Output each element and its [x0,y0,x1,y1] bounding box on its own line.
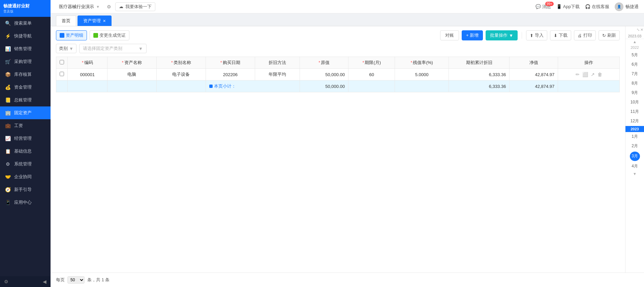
avatar: 👤 [615,2,623,11]
subtotal-label-text: 本页小计： [214,83,236,89]
new-btn[interactable]: + 新增 [462,30,483,40]
sidebar-item-search[interactable]: 🔍 搜索菜单 [0,17,51,30]
panel-expand-icon[interactable]: ⤡ [637,28,640,32]
sidebar-bottom: ⚙ ◀ [0,276,51,287]
sidebar-item-quick-nav[interactable]: ⚡ 快捷导航 [0,30,51,42]
category-dropdown[interactable]: 请选择固定资产类别 ▼ [79,44,147,53]
row-actions: ✏ ⬜ ↗ 🗑 [561,72,616,77]
online-service-btn[interactable]: 🎧 在线客服 [585,4,609,10]
app-download-btn[interactable]: 📱 App下载 [556,4,580,10]
filter-dropdown-arrow: ▼ [69,46,73,51]
tab-close-btn[interactable]: ✕ [103,19,106,23]
batch-btn[interactable]: 批量操作 ▼ [486,30,518,40]
refresh-btn[interactable]: ↻ 刷新 [599,30,620,40]
copy-icon[interactable]: ⬜ [582,72,588,77]
import-btn[interactable]: ⬆ 导入 [526,30,547,40]
month-2022-12[interactable]: 12月 [625,117,644,126]
sidebar-item-business[interactable]: 📈 经营管理 [0,132,51,145]
th-purchase-date: *购买日期 [206,57,255,69]
sidebar-logo-title: 畅捷通好业财 [3,3,30,9]
th-category: *类别名称 [156,57,206,69]
month-2022-8[interactable]: 8月 [625,79,644,88]
sidebar-item-purchase[interactable]: 🛒 采购管理 [0,55,51,68]
message-icon: 💬 [535,4,541,9]
month-2023-4[interactable]: 4月 [625,162,644,171]
sidebar-item-system[interactable]: ⚙ 系统管理 [0,158,51,170]
row-checkbox[interactable] [60,72,64,76]
search-icon: 🔍 [5,21,11,26]
month-2023-2[interactable]: 2月 [625,141,644,151]
download-btn[interactable]: ⬇ 下载 [550,30,571,40]
right-panel: ⤡ ✕ 2023.03 ▲ 2022 5月 6月 7月 8月 9月 10月 11… [625,26,644,273]
month-2023-3[interactable]: 3月 [630,152,640,161]
subtab-asset-detail[interactable]: 资产明细 [56,30,87,40]
sidebar-item-general-ledger[interactable]: 📒 总账管理 [0,94,51,106]
tab-home[interactable]: 首页 [56,15,76,26]
subtotal-original-value: 50,000.00 [300,81,348,92]
username: 畅捷通 [625,4,639,10]
sidebar-item-basic-info[interactable]: 📋 基础信息 [0,145,51,158]
fund-icon: 💰 [5,85,11,90]
action-group: 对账 + 新增 批量操作 ▼ ⬆ 导入 ⬇ 下载 [440,30,620,40]
scroll-up-btn[interactable]: ▲ [625,39,644,44]
sidebar-item-enterprise[interactable]: 🤝 企业协同 [0,170,51,183]
subtab-change-voucher[interactable]: 变更生成凭证 [90,30,129,40]
sidebar-settings-btn[interactable]: ⚙ [4,279,8,284]
toolbar: 资产明细 变更生成凭证 对账 + 新增 批量操作 ▼ ⬆ 导入 [56,30,620,40]
content-area: 资产明细 变更生成凭证 对账 + 新增 批量操作 ▼ ⬆ 导入 [51,26,644,273]
edit-icon[interactable]: ✏ [576,72,580,77]
panel-close-icon[interactable]: ✕ [640,28,643,32]
print-btn[interactable]: 🖨 打印 [574,30,596,40]
month-2022-11[interactable]: 11月 [625,107,644,117]
row-checkbox-cell [56,69,68,81]
month-2022-10[interactable]: 10月 [625,98,644,107]
sidebar-logo-sub: 普及版 [3,9,30,14]
cell-accumulated-depreciation: 6,333.36 [449,69,510,81]
delete-icon[interactable]: 🗑 [597,72,602,77]
change-voucher-icon [93,33,98,38]
company-name: 医疗器械行业演示 [59,4,94,10]
month-2022-7[interactable]: 7月 [625,69,644,79]
scroll-down-btn[interactable]: ▼ [625,171,644,177]
sidebar-item-inventory[interactable]: 📦 库存核算 [0,68,51,81]
per-page-select[interactable]: 50 10 20 100 [67,276,85,284]
subtotal-empty-6 [395,81,449,92]
pagination-bar: 每页 50 10 20 100 条，共 1 条 [51,273,644,287]
subtotal-empty-5 [348,81,395,92]
subtotal-empty-7 [558,81,620,92]
category-select[interactable]: 类别 ▼ [56,44,76,53]
sidebar-item-guide[interactable]: 🧭 新手引导 [0,183,51,196]
reconcile-btn[interactable]: 对账 [440,30,459,40]
month-2022-6[interactable]: 6月 [625,60,644,69]
th-actions: 操作 [558,57,620,69]
sidebar-item-payroll[interactable]: 💼 工资 [0,119,51,132]
month-2023-1[interactable]: 1月 [625,132,644,141]
cell-period-months: 60 [348,69,395,81]
download-icon: ⬇ [554,33,557,38]
sidebar-item-app-center[interactable]: 📱 应用中心 [0,196,51,209]
subtotal-empty-3 [107,81,156,92]
th-period-months: *期限(月) [348,57,395,69]
cell-original-value: 50,000.00 [300,69,348,81]
sales-icon: 📊 [5,46,11,52]
user-menu[interactable]: 👤 畅捷通 [615,2,639,11]
company-selector[interactable]: 医疗器械行业演示 ▼ [56,2,103,11]
general-ledger-icon: 📒 [5,97,11,103]
table-container: *编码 *资产名称 *类别名称 *购买日期 折旧方法 *原值 *期限(月) *残… [56,57,620,92]
select-all-checkbox[interactable] [60,60,64,64]
gear-icon[interactable]: ⚙ [107,4,111,9]
sidebar-item-sales[interactable]: 📊 销售管理 [0,42,51,55]
filter-bar: 类别 ▼ 请选择固定资产类别 ▼ [56,44,620,53]
month-2022-9[interactable]: 9月 [625,88,644,98]
message-btn[interactable]: 💬 消息 99+ [535,4,551,10]
experience-btn[interactable]: ☁ 我要体验一下 [115,2,155,11]
export-icon[interactable]: ↗ [591,72,595,77]
sidebar-item-fund[interactable]: 💰 资金管理 [0,81,51,94]
subtotal-accumulated: 6,333.36 [449,81,510,92]
sidebar-collapse-btn[interactable]: ◀ [43,279,47,284]
month-2022-5[interactable]: 5月 [625,51,644,60]
cell-depreciation-method: 年限平均 [255,69,300,81]
year-2022-label: 2022 [625,44,644,51]
sidebar-item-fixed-assets[interactable]: 🏢 固定资产 [0,106,51,119]
tab-asset-mgmt[interactable]: 资产管理 ✕ [78,15,112,26]
